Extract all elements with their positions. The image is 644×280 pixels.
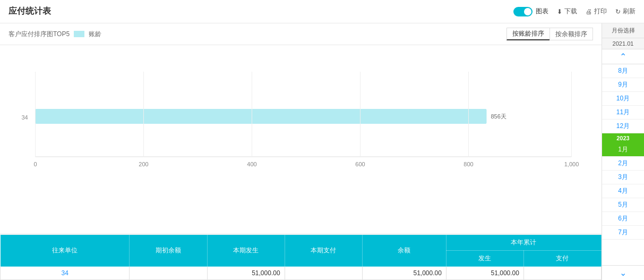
chart-toggle-wrapper: 图表 [513, 7, 548, 16]
chart-legend: 客户应付排序图TOP5 账龄 [8, 30, 101, 39]
sidebar-current-year: 2021.01 [602, 38, 644, 49]
sidebar-month-5[interactable]: 5月 [602, 198, 644, 212]
sort-by-age-button[interactable]: 按账龄排序 [506, 28, 549, 40]
col-balance: 余额 [362, 235, 446, 267]
cell-period-start [130, 267, 207, 280]
legend-text: 客户应付排序图TOP5 [8, 30, 70, 39]
chart-body: 34 856天 0 200 400 600 800 [0, 45, 602, 234]
col-current-occur: 本期发生 [207, 235, 285, 267]
svg-text:0: 0 [33, 161, 37, 167]
sidebar-month-11[interactable]: 11月 [602, 106, 644, 120]
sidebar-month-4[interactable]: 4月 [602, 184, 644, 198]
legend-box-label: 账龄 [89, 30, 101, 39]
svg-text:800: 800 [463, 161, 473, 167]
cell-current-occur: 51,000.00 [207, 267, 285, 280]
svg-text:400: 400 [247, 161, 256, 167]
sort-by-balance-button[interactable]: 按余额排序 [549, 28, 593, 40]
sidebar-year-2023: 2023 [602, 133, 644, 143]
svg-rect-1 [36, 109, 487, 124]
sidebar-month-6[interactable]: 6月 [602, 212, 644, 226]
svg-text:856天: 856天 [491, 113, 506, 120]
refresh-button[interactable]: ↻ 刷新 [615, 7, 636, 16]
sidebar-months-list: 8月 9月 10月 11月 12月 2023 1月 2月 3月 4月 5月 6月… [602, 64, 644, 265]
sidebar-month-3[interactable]: 3月 [602, 171, 644, 184]
table-row: 34 51,000.00 51,000.00 51,000.00 [1, 267, 602, 280]
data-table-area: 往来单位 期初余额 本期发生 本期支付 余额 本年累计 发生 支付 [0, 234, 602, 280]
chevron-down-icon: ⌄ [620, 268, 626, 278]
refresh-icon: ↻ [615, 8, 621, 15]
col-unit: 往来单位 [1, 235, 130, 267]
sidebar-scroll-up-button[interactable]: ⌃ [602, 49, 644, 64]
col-period-start: 期初余额 [130, 235, 207, 267]
col-ytd-occur: 发生 [446, 251, 523, 267]
sidebar-month-7[interactable]: 7月 [602, 226, 644, 240]
download-button[interactable]: ⬇ 下载 [557, 7, 577, 16]
sidebar-month-2[interactable]: 2月 [602, 157, 644, 171]
print-button[interactable]: 🖨 打印 [586, 7, 607, 16]
bar-chart: 34 856天 0 200 400 600 800 [8, 50, 593, 189]
cell-balance: 51,000.00 [362, 267, 446, 280]
chevron-up-icon: ⌃ [620, 52, 626, 62]
sidebar-month-10[interactable]: 10月 [602, 92, 644, 106]
svg-text:200: 200 [139, 161, 148, 167]
toggle-label: 图表 [536, 7, 548, 16]
sidebar-header-label: 月份选择 [602, 23, 644, 38]
cell-ytd-occur: 51,000.00 [446, 267, 523, 280]
sidebar-month-8[interactable]: 8月 [602, 64, 644, 78]
download-icon: ⬇ [557, 8, 562, 15]
col-current-pay: 本期支付 [285, 235, 362, 267]
summary-table: 往来单位 期初余额 本期发生 本期支付 余额 本年累计 发生 支付 [0, 234, 602, 280]
sidebar-month-9[interactable]: 9月 [602, 78, 644, 92]
col-ytd-group: 本年累计 [446, 235, 601, 251]
sidebar-month-12[interactable]: 12月 [602, 120, 644, 133]
cell-unit: 34 [1, 267, 130, 280]
svg-text:34: 34 [21, 114, 28, 121]
chart-toggle[interactable] [513, 7, 533, 16]
print-icon: 🖨 [586, 8, 592, 15]
sidebar-scroll-down-button[interactable]: ⌄ [602, 265, 644, 280]
legend-box [74, 31, 84, 37]
sidebar-month-1[interactable]: 1月 [602, 143, 644, 157]
month-selector-sidebar: 月份选择 2021.01 ⌃ 8月 9月 10月 11月 12月 2023 1月… [602, 23, 644, 280]
svg-text:600: 600 [355, 161, 365, 167]
unit-link[interactable]: 34 [62, 269, 68, 277]
page-title: 应付统计表 [8, 6, 51, 17]
cell-current-pay [285, 267, 362, 280]
svg-text:1,000: 1,000 [564, 161, 579, 167]
cell-ytd-pay [523, 267, 601, 280]
col-ytd-pay: 支付 [523, 251, 601, 267]
